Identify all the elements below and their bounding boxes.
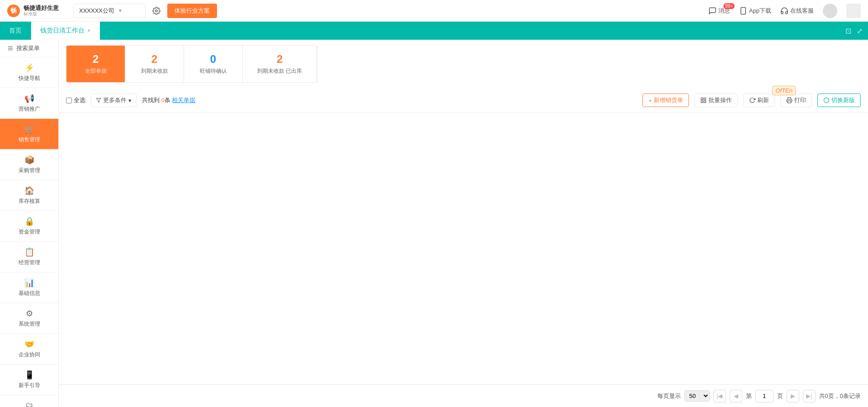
card-all[interactable]: 2 全部单据 [66, 46, 125, 82]
cooperation-icon: 🤝 [24, 339, 34, 349]
logo-subtitle: 标准版 [24, 11, 59, 17]
tab-home-label: 首页 [9, 27, 22, 35]
svg-marker-6 [96, 98, 101, 103]
logo-text: 畅捷通好生意 标准版 [24, 5, 59, 17]
result-unit: 条 [165, 97, 170, 103]
sidebar-item-quick-nav[interactable]: ⚡ 快捷导航 [0, 57, 58, 88]
app-center-icon: 🗂 [25, 401, 33, 407]
result-count: 0 [161, 97, 165, 103]
sidebar-item-finance[interactable]: 🔒 资金管理 [0, 211, 58, 242]
card-all-label: 全部单据 [81, 67, 110, 75]
sidebar-item-system[interactable]: ⚙ 系统管理 [0, 303, 58, 334]
sidebar-label-finance: 资金管理 [19, 228, 40, 236]
card-shipped-count: 2 [257, 53, 302, 65]
sidebar-item-sales[interactable]: 🛒 销售管理 [0, 119, 58, 150]
restore-icon[interactable]: ⊡ [845, 27, 851, 35]
select-all-label: 全选 [74, 96, 85, 104]
marketing-icon: 📢 [24, 94, 34, 103]
switch-label: 切换新版 [831, 96, 855, 104]
tab-spacer [100, 22, 840, 40]
per-page-select[interactable]: 10 20 50 100 [684, 390, 710, 402]
chevron-down-icon: ▾ [128, 97, 132, 104]
company-name: XXXXXX公司 [79, 7, 114, 15]
online-service-label: 在线客服 [790, 7, 814, 15]
operations-icon: 📋 [24, 247, 34, 257]
user-menu[interactable] [846, 4, 861, 18]
print-label: 打印 [794, 96, 806, 104]
sidebar-item-app-center[interactable]: 🗂 应用中心 [0, 395, 58, 407]
refresh-label: 刷新 [757, 96, 769, 104]
page-input[interactable] [755, 390, 774, 402]
sidebar-item-marketing[interactable]: 📢 营销推广 [0, 88, 58, 119]
last-page-button[interactable]: ▶| [803, 390, 816, 402]
result-link[interactable]: 相关单据 [172, 97, 195, 103]
batch-operation-button[interactable]: 批量操作 [694, 94, 738, 107]
svg-point-0 [156, 9, 158, 12]
page-label-end: 页 [777, 392, 783, 400]
prev-page-button[interactable]: ◀ [730, 390, 742, 402]
search-menu-item[interactable]: 搜索菜单 [0, 40, 58, 57]
tab-active[interactable]: 钱货日清工作台 × [31, 22, 100, 40]
logo-title: 畅捷通好生意 [24, 5, 59, 12]
print-button[interactable]: 打印 [780, 94, 812, 107]
sidebar-label-system: 系统管理 [19, 320, 40, 328]
finance-icon: 🔒 [24, 216, 34, 226]
refresh-button[interactable]: 刷新 [743, 94, 775, 107]
app-download-button[interactable]: App下载 [739, 7, 771, 15]
total-text: 共0页，0条记录 [819, 392, 861, 400]
sidebar: 搜索菜单 ⚡ 快捷导航 📢 营销推广 🛒 销售管理 📦 采购管理 🏠 库存核算 … [0, 40, 59, 407]
card-shipped[interactable]: 2 到期未收款 已出库 [243, 46, 317, 82]
sidebar-item-inventory[interactable]: 🏠 库存核算 [0, 180, 58, 211]
add-sales-order-button[interactable]: + 新增销货单 [642, 94, 689, 107]
company-selector[interactable]: XXXXXX公司 ▼ [73, 4, 146, 18]
main-layout: 搜索菜单 ⚡ 快捷导航 📢 营销推广 🛒 销售管理 📦 采购管理 🏠 库存核算 … [0, 40, 868, 407]
sidebar-label-sales: 销售管理 [19, 136, 40, 144]
select-all-input[interactable] [66, 98, 72, 103]
card-pending[interactable]: 0 旺铺待确认 [184, 46, 243, 82]
content-area: 2 全部单据 2 到期未收款 0 旺铺待确认 2 到期未收款 已出库 [59, 40, 868, 407]
sidebar-item-guide[interactable]: 📱 新手引导 [0, 365, 58, 395]
sidebar-item-operations[interactable]: 📋 经营管理 [0, 242, 58, 272]
app-download-label: App下载 [749, 7, 771, 15]
add-sales-order-label: 新增销货单 [654, 96, 683, 104]
experience-button[interactable]: 体验行业方案 [167, 4, 217, 18]
settings-button[interactable] [149, 4, 164, 18]
table-area [59, 113, 868, 384]
sidebar-label-quick-nav: 快捷导航 [19, 75, 40, 82]
expand-icon[interactable]: ⤢ [857, 27, 863, 35]
header-right: 消息 99+ App下载 在线客服 [708, 4, 861, 18]
add-icon: + [648, 97, 652, 104]
sidebar-label-guide: 新手引导 [19, 382, 40, 389]
message-button[interactable]: 消息 99+ [708, 7, 730, 15]
message-badge: 99+ [723, 3, 735, 9]
next-page-button[interactable]: ▶ [787, 390, 799, 402]
svg-rect-11 [788, 101, 791, 103]
card-overdue[interactable]: 2 到期未收款 [125, 46, 184, 82]
basic-info-icon: 📊 [24, 278, 34, 288]
pagination-bar: 每页显示 10 20 50 100 |◀ ◀ 第 页 ▶ ▶| 共0页，0条记录 [59, 384, 868, 407]
online-service-button[interactable]: 在线客服 [780, 7, 814, 15]
select-all-checkbox[interactable]: 全选 [66, 96, 85, 104]
tab-close-icon[interactable]: × [87, 28, 90, 34]
more-filters-label: 更多条件 [103, 96, 127, 104]
sidebar-label-marketing: 营销推广 [19, 105, 40, 113]
sidebar-item-purchase[interactable]: 📦 采购管理 [0, 150, 58, 180]
switch-new-version-button[interactable]: 切换新版 [817, 94, 861, 107]
guide-icon: 📱 [24, 370, 34, 380]
more-filters-button[interactable]: 更多条件 ▾ [91, 94, 137, 107]
quick-nav-icon: ⚡ [24, 63, 34, 73]
avatar[interactable] [823, 4, 837, 18]
per-page-label: 每页显示 [657, 392, 681, 400]
sidebar-item-basic-info[interactable]: 📊 基础信息 [0, 272, 58, 303]
tab-home[interactable]: 首页 [0, 22, 31, 40]
sidebar-label-operations: 经营管理 [19, 259, 40, 267]
toolbar: 全选 更多条件 ▾ 共找到 0条 相关单据 + 新增销货单 [59, 88, 868, 113]
sidebar-item-cooperation[interactable]: 🤝 企业协同 [0, 334, 58, 365]
result-prefix: 共找到 [142, 97, 160, 103]
inventory-icon: 🏠 [24, 186, 34, 196]
card-pending-label: 旺铺待确认 [198, 67, 228, 75]
svg-rect-9 [701, 101, 703, 103]
system-icon: ⚙ [26, 309, 33, 318]
svg-rect-10 [704, 101, 706, 103]
first-page-button[interactable]: |◀ [713, 390, 726, 402]
